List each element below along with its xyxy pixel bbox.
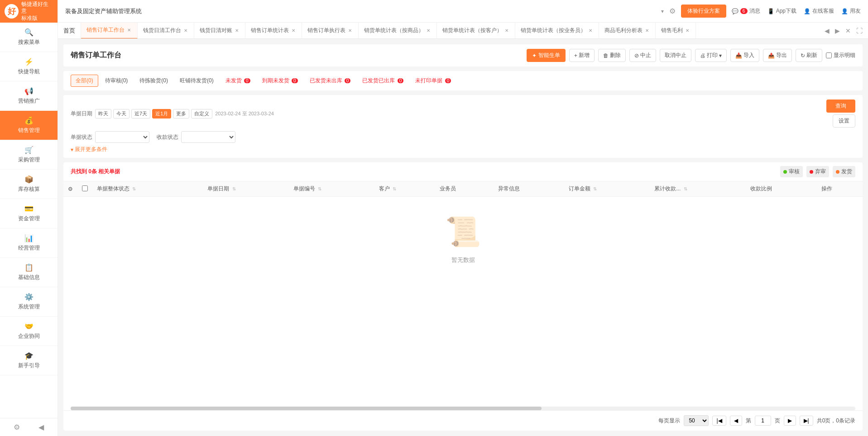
reject-button[interactable]: 弃审 bbox=[806, 166, 829, 177]
horizontal-scrollbar[interactable] bbox=[71, 407, 855, 410]
settings-icon[interactable]: ⚙ bbox=[669, 7, 676, 15]
sidebar-item-basic-info[interactable]: 📋 基础信息 bbox=[0, 258, 58, 287]
expand-conditions-button[interactable]: ▾ 展开更多条件 bbox=[71, 146, 107, 153]
query-button[interactable]: 查询 bbox=[826, 100, 855, 113]
logo-icon: 好 bbox=[5, 4, 19, 19]
approve-button[interactable]: 审核 bbox=[780, 166, 803, 177]
sidebar-item-sales[interactable]: 💰 销售管理 bbox=[0, 111, 58, 140]
sort-status-icon: ⇅ bbox=[132, 186, 136, 191]
tab-sales-staff[interactable]: 销货单统计表（按业务员） ✕ bbox=[515, 23, 599, 39]
stop-button[interactable]: ⊘ 中止 bbox=[629, 49, 656, 62]
tab-sales-exec[interactable]: 销售订单执行表 ✕ bbox=[302, 23, 359, 39]
sub-tab-shipped-not-out[interactable]: 已发货未出库 0 bbox=[305, 75, 356, 87]
tab-close-sales-profit[interactable]: ✕ bbox=[685, 28, 690, 33]
sub-tab-pending-check[interactable]: 待拣验货(0) bbox=[134, 75, 173, 87]
date-btn-1month[interactable]: 近1月 bbox=[152, 109, 171, 118]
dropdown-arrow[interactable]: ▾ bbox=[661, 8, 664, 14]
tab-close-all[interactable]: ✕ bbox=[844, 26, 853, 35]
tab-fullscreen[interactable]: ⛶ bbox=[854, 26, 864, 35]
tab-profit-analysis[interactable]: 商品毛利分析表 ✕ bbox=[599, 23, 656, 39]
inventory-icon: 📦 bbox=[24, 175, 34, 184]
tab-close-sales-exec[interactable]: ✕ bbox=[347, 28, 353, 33]
date-btn-today[interactable]: 今天 bbox=[113, 109, 129, 118]
tab-sales-product[interactable]: 销货单统计表（按商品） ✕ bbox=[359, 23, 437, 39]
sidebar-item-label: 资金管理 bbox=[18, 215, 40, 223]
export-icon: 📤 bbox=[768, 52, 775, 59]
tab-close-profit[interactable]: ✕ bbox=[644, 28, 650, 33]
collapse-btn[interactable]: ◀ bbox=[38, 423, 44, 431]
tab-cash-daily[interactable]: 钱货日清工作台 ✕ bbox=[138, 23, 194, 39]
filter-settings-button[interactable]: 设置 bbox=[833, 114, 855, 128]
sidebar-item-operations[interactable]: 📊 经营管理 bbox=[0, 228, 58, 258]
import-button[interactable]: 📥 导入 bbox=[730, 49, 759, 62]
sub-tab-pending-review[interactable]: 待审核(0) bbox=[100, 75, 133, 87]
sub-tab-not-shipped[interactable]: 未发货 0 bbox=[221, 75, 255, 87]
ship-button[interactable]: 发货 bbox=[833, 166, 855, 177]
delete-button[interactable]: 🗑 删除 bbox=[598, 49, 626, 62]
select-all-checkbox[interactable] bbox=[82, 185, 88, 191]
tab-scroll-left[interactable]: ◀ bbox=[823, 26, 831, 35]
date-btn-more[interactable]: 更多 bbox=[173, 109, 189, 118]
app-download-btn[interactable]: 📱 App下载 bbox=[767, 7, 796, 15]
tab-home[interactable]: 首页 bbox=[58, 23, 81, 39]
sub-tab-not-printed[interactable]: 未打印单据 0 bbox=[410, 75, 456, 87]
sub-tab-wangpu[interactable]: 旺铺待发货(0) bbox=[175, 75, 219, 87]
tutorial-icon: 🎓 bbox=[24, 351, 34, 360]
scrollbar-thumb[interactable] bbox=[71, 407, 542, 410]
sub-tab-overdue[interactable]: 到期未发货 0 bbox=[257, 75, 303, 87]
sidebar-item-tutorial[interactable]: 🎓 新手引导 bbox=[0, 346, 58, 375]
new-button[interactable]: + 新增 bbox=[569, 49, 595, 62]
smart-generate-button[interactable]: ✦ 智能生单 bbox=[527, 49, 566, 62]
cancel-stop-button[interactable]: 取消中止 bbox=[660, 49, 691, 62]
tab-sales-customer[interactable]: 销货单统计表（按客户） ✕ bbox=[437, 23, 515, 39]
status-select[interactable] bbox=[95, 131, 149, 143]
refresh-button[interactable]: ↻ 刷新 bbox=[796, 49, 822, 62]
sidebar-item-finance[interactable]: 💳 资金管理 bbox=[0, 199, 58, 228]
tab-close-cash-daily[interactable]: ✕ bbox=[183, 28, 188, 33]
settings-footer-btn[interactable]: ⚙ bbox=[14, 423, 20, 431]
th-settings[interactable]: ⚙ bbox=[63, 181, 77, 197]
empty-text: 暂无数据 bbox=[451, 256, 475, 264]
online-service-btn[interactable]: 👤 在线客服 bbox=[804, 7, 834, 15]
sidebar-item-enterprise[interactable]: 🤝 企业协同 bbox=[0, 317, 58, 346]
date-btn-yesterday[interactable]: 昨天 bbox=[95, 109, 111, 118]
sidebar-item-purchase[interactable]: 🛒 采购管理 bbox=[0, 140, 58, 170]
per-page-select[interactable]: 50 100 200 bbox=[684, 415, 709, 426]
show-details-checkbox[interactable]: 显示明细 bbox=[826, 52, 855, 59]
tab-close-sales-staff[interactable]: ✕ bbox=[588, 28, 593, 33]
export-button[interactable]: 📤 导出 bbox=[763, 49, 792, 62]
tab-sales-stats[interactable]: 销售订单统计表 ✕ bbox=[245, 23, 302, 39]
last-page-btn[interactable]: ▶| bbox=[800, 416, 813, 426]
print-button[interactable]: 🖨 打印 ▾ bbox=[695, 49, 727, 62]
sidebar-item-inventory[interactable]: 📦 库存核算 bbox=[0, 170, 58, 199]
next-page-btn[interactable]: ▶ bbox=[784, 416, 796, 426]
payment-select[interactable] bbox=[181, 131, 235, 143]
sidebar-item-search[interactable]: 🔍 搜索菜单 bbox=[0, 23, 58, 52]
page-number-input[interactable] bbox=[755, 416, 771, 426]
tab-close-sales-stats[interactable]: ✕ bbox=[291, 28, 296, 33]
phone-icon: 📱 bbox=[767, 8, 774, 14]
tab-scroll-right[interactable]: ▶ bbox=[833, 26, 842, 35]
tab-close-sales-workbench[interactable]: ✕ bbox=[126, 27, 132, 33]
message-btn[interactable]: 💬 6 消息 bbox=[732, 7, 760, 15]
prev-page-btn[interactable]: ◀ bbox=[730, 416, 742, 426]
user-btn[interactable]: 👤 用友 bbox=[841, 7, 861, 15]
tab-close-sales-customer[interactable]: ✕ bbox=[504, 28, 509, 33]
page-label: 第 bbox=[746, 417, 751, 425]
date-btn-7days[interactable]: 近7天 bbox=[131, 109, 150, 118]
tab-sales-profit[interactable]: 销售毛利 ✕ bbox=[656, 23, 696, 39]
tab-cash-reconcile[interactable]: 钱货日清对账 ✕ bbox=[194, 23, 245, 39]
sidebar-item-quicknav[interactable]: ⚡ 快捷导航 bbox=[0, 52, 58, 81]
date-btn-custom[interactable]: 自定义 bbox=[191, 109, 212, 118]
sub-tab-all[interactable]: 全部(0) bbox=[71, 75, 98, 87]
th-checkbox[interactable] bbox=[77, 181, 92, 197]
tab-close-sales-product[interactable]: ✕ bbox=[426, 28, 431, 33]
show-details-input[interactable] bbox=[826, 52, 832, 58]
tab-close-cash-reconcile[interactable]: ✕ bbox=[234, 28, 240, 33]
sidebar-item-marketing[interactable]: 📢 营销推广 bbox=[0, 81, 58, 111]
first-page-btn[interactable]: |◀ bbox=[712, 416, 726, 426]
experience-button[interactable]: 体验行业方案 bbox=[681, 5, 726, 18]
tab-sales-workbench[interactable]: 销售订单工作台 ✕ bbox=[81, 23, 138, 39]
sub-tab-shipped-out[interactable]: 已发货已出库 0 bbox=[357, 75, 408, 87]
sidebar-item-system[interactable]: ⚙️ 系统管理 bbox=[0, 287, 58, 317]
